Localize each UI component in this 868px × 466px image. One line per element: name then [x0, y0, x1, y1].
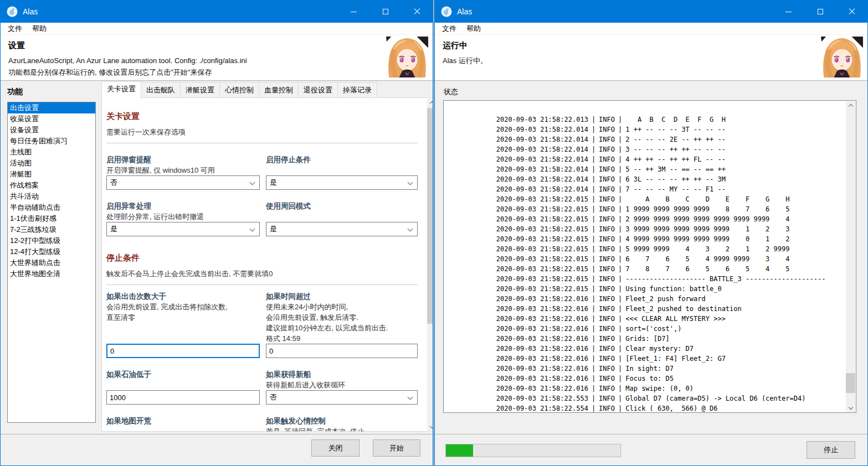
close-window-button[interactable]: [836, 1, 867, 23]
log-separator: |: [588, 225, 599, 233]
settings-scrollbar[interactable]: [427, 99, 433, 431]
sortie-count-input[interactable]: [106, 344, 260, 358]
oil-limit-input[interactable]: [106, 390, 260, 405]
tab-drop-record[interactable]: 掉落记录: [337, 82, 377, 98]
tab-retirement-settings[interactable]: 退役设置: [298, 82, 338, 98]
close-icon: [849, 8, 855, 15]
time-limit-input[interactable]: [266, 344, 418, 358]
sidebar-item-submarine-map[interactable]: 潜艇图: [8, 169, 95, 180]
sidebar-item-main-map[interactable]: 主线图: [8, 147, 95, 158]
popup-reminder-select[interactable]: 否: [106, 175, 260, 190]
log-message: Grids: [D7]: [625, 335, 669, 343]
maximize-button[interactable]: [369, 1, 401, 23]
menu-file[interactable]: 文件: [3, 23, 27, 35]
log-timestamp: 2020-09-03 21:58:22.554: [496, 405, 588, 412]
maximize-button[interactable]: [804, 1, 836, 23]
sidebar-item-1-1-affinity[interactable]: 1-1伏击刷好感: [8, 213, 95, 224]
emotion-trigger-label: 如果触发心情控制: [266, 416, 418, 426]
close-window-button[interactable]: [401, 1, 433, 23]
scrollbar-thumb[interactable]: [427, 108, 433, 324]
log-message: In sight: D7: [625, 365, 674, 372]
log-message: 7 -- -- -- MY -- -- F1 --: [625, 185, 726, 193]
log-scrollbar[interactable]: [846, 101, 855, 412]
tab-sortie-fleet[interactable]: 出击舰队: [141, 82, 181, 98]
tab-submarine-settings[interactable]: 潜艇设置: [180, 82, 220, 98]
menu-file[interactable]: 文件: [437, 23, 461, 35]
sidebar-item-sortie-settings[interactable]: 出击设置: [8, 102, 95, 113]
log-separator: |: [588, 146, 599, 153]
tab-stage-settings[interactable]: 关卡设置: [101, 81, 141, 98]
stop-button[interactable]: 停止: [807, 441, 855, 459]
scroll-up-icon[interactable]: [427, 99, 433, 108]
sidebar-item-raid-event[interactable]: 共斗活动: [8, 191, 95, 202]
minimize-button[interactable]: [773, 1, 804, 23]
log-message: 2 -- -- -- 2E -- ++ ++ --: [625, 136, 726, 143]
log-separator: |: [615, 345, 625, 353]
log-message: 3 9999 9999 9999 9999 9999 1 2 3: [625, 225, 789, 233]
log-separator: |: [588, 165, 599, 173]
log-separator: |: [588, 305, 599, 313]
loop-mode-select[interactable]: 是: [266, 222, 418, 236]
log-separator: |: [588, 385, 599, 392]
log-timestamp: 2020-09-03 21:58:22.015: [496, 255, 588, 263]
log-separator: |: [615, 255, 625, 263]
stop-condition-enable-select[interactable]: 是: [266, 175, 418, 190]
log-level: INFO: [599, 305, 615, 313]
log-message: Click ( 630, 566) @ D6: [625, 405, 717, 412]
log-timestamp: 2020-09-03 21:58:22.016: [496, 365, 588, 372]
scroll-up-icon[interactable]: [846, 101, 855, 111]
log-level: INFO: [599, 235, 615, 243]
divider: [106, 143, 418, 143]
new-ship-select[interactable]: 否: [266, 390, 418, 405]
scroll-down-icon[interactable]: [846, 402, 855, 412]
log-level: INFO: [599, 205, 615, 213]
sidebar-item-device-settings[interactable]: 设备设置: [8, 125, 95, 136]
log-level: INFO: [599, 255, 615, 263]
log-separator: |: [615, 126, 625, 133]
sidebar-item-7-2-trash[interactable]: 7-2三战拣垃圾: [8, 224, 95, 235]
time-limit-help-4: 格式 14:59: [266, 333, 418, 344]
log-timestamp: 2020-09-03 21:58:22.014: [496, 156, 588, 163]
sidebar-item-harvest-settings[interactable]: 收菜设置: [8, 113, 95, 125]
sidebar-item-semi-auto-click[interactable]: 半自动辅助点击: [8, 202, 95, 213]
settings-main: 功能 出击设置 收菜设置 设备设置 每日任务困难演习 主线图 活动图 潜艇图 作…: [1, 81, 433, 434]
sidebar-item-event-map[interactable]: 活动图: [8, 158, 95, 169]
scrollbar-thumb[interactable]: [846, 373, 855, 393]
sidebar-item-os-map-clear[interactable]: 大世界地图全清: [8, 268, 95, 279]
log-message: 2 9999 9999 9999 9999 9999 9999 9999 4: [625, 215, 789, 223]
sidebar-item-12-2-medium-leveling[interactable]: 12-2打中型练级: [8, 235, 95, 246]
section-title-stop-condition: 停止条件: [106, 253, 418, 263]
log-timestamp: 2020-09-03 21:58:22.014: [496, 165, 588, 173]
scroll-down-icon[interactable]: [427, 421, 433, 431]
page-title: 运行中: [443, 40, 860, 51]
sidebar-item-12-4-large-leveling[interactable]: 12-4打大型练级: [8, 246, 95, 257]
log-separator: |: [615, 195, 625, 203]
tab-emotion-control[interactable]: 心情控制: [219, 82, 259, 98]
log-level: INFO: [599, 375, 615, 382]
log-level: INFO: [599, 385, 615, 392]
minimize-button[interactable]: [338, 1, 369, 23]
log-separator: |: [588, 395, 599, 402]
error-handling-select[interactable]: 是: [106, 222, 260, 236]
menu-help[interactable]: 帮助: [461, 23, 486, 35]
log-message: 3 -- -- -- ++ ++ -- -- --: [625, 146, 726, 153]
log-timestamp: 2020-09-03 21:58:22.553: [496, 395, 588, 402]
menu-help[interactable]: 帮助: [27, 23, 52, 35]
avatar: [821, 37, 863, 77]
loop-mode-label: 使用周回模式: [266, 201, 418, 211]
time-limit-label: 如果时间超过: [266, 292, 418, 302]
log-separator: |: [615, 305, 625, 313]
tab-hp-control[interactable]: 血量控制: [259, 82, 299, 98]
sidebar-item-daily-hard-exercise[interactable]: 每日任务困难演习: [8, 136, 95, 147]
log-timestamp: 2020-09-03 21:58:22.015: [496, 195, 588, 203]
error-handling-label: 启用异常处理: [106, 201, 260, 211]
log-separator: |: [588, 365, 599, 372]
sidebar-item-os-assist-click[interactable]: 大世界辅助点击: [8, 257, 95, 268]
log-separator: |: [588, 215, 599, 223]
start-button[interactable]: 开始: [373, 439, 420, 457]
close-button[interactable]: 关闭: [311, 439, 359, 457]
log-message: 5 -- ++ 3M -- == -- == ++: [625, 165, 726, 173]
sidebar-item-war-archives[interactable]: 作战档案: [8, 180, 95, 191]
log-separator: |: [588, 245, 599, 253]
oil-limit-label: 如果石油低于: [106, 370, 260, 380]
